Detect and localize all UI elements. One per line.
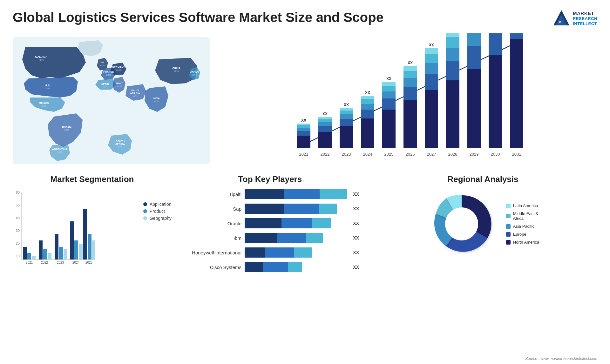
svg-rect-46 [318, 126, 332, 132]
svg-rect-68 [382, 91, 396, 98]
player-name: Ibm [181, 235, 241, 241]
svg-rect-45 [318, 132, 332, 148]
svg-rect-124 [27, 253, 31, 260]
svg-rect-49 [318, 117, 332, 119]
svg-text:AFRICA: AFRICA [115, 143, 125, 145]
svg-text:ITALY: ITALY [116, 82, 123, 85]
svg-text:xx%: xx% [117, 85, 122, 88]
svg-text:2023: 2023 [57, 261, 64, 264]
player-row-ibm: Ibm XX [181, 233, 359, 243]
svg-rect-101 [489, 55, 502, 148]
svg-text:JAPAN: JAPAN [190, 71, 199, 73]
legend-label-latin: Latin America [513, 203, 538, 208]
logo-area: M MARKET RESEARCH INTELLECT [553, 10, 597, 27]
svg-text:60: 60 [16, 191, 20, 194]
svg-rect-80 [425, 90, 438, 148]
legend-europe: Europe [506, 232, 539, 237]
player-name: Cisco Systems [181, 265, 241, 270]
svg-text:SPAIN: SPAIN [101, 83, 109, 85]
bar-seg3 [320, 189, 347, 199]
svg-text:10: 10 [16, 254, 20, 258]
svg-rect-55 [340, 111, 353, 114]
svg-text:40: 40 [16, 216, 20, 220]
legend-application: Application [143, 202, 172, 207]
svg-rect-70 [382, 82, 396, 86]
growth-chart-svg: XX 2021 XX 2022 [219, 33, 597, 167]
player-value: XX [353, 221, 359, 226]
svg-rect-74 [403, 87, 417, 100]
svg-text:xx%: xx% [57, 151, 62, 153]
svg-point-143 [445, 207, 478, 240]
svg-rect-77 [403, 66, 417, 71]
svg-text:2024: 2024 [363, 152, 372, 157]
player-bar [245, 189, 347, 199]
svg-rect-95 [467, 46, 481, 69]
svg-rect-137 [79, 244, 83, 260]
bar-seg1 [245, 204, 284, 214]
svg-rect-39 [297, 131, 310, 136]
svg-rect-125 [32, 256, 36, 260]
svg-rect-90 [446, 37, 459, 48]
svg-rect-59 [361, 118, 374, 148]
bar-seg1 [245, 233, 277, 243]
svg-text:U.S.: U.S. [45, 84, 51, 87]
svg-rect-96 [467, 33, 481, 46]
legend-label-apac: Asia Pacific [513, 224, 534, 229]
bar-seg2 [265, 247, 294, 258]
svg-rect-123 [23, 247, 27, 260]
svg-text:30: 30 [16, 229, 20, 233]
bar-seg1 [245, 218, 281, 228]
legend-color-apac [506, 224, 511, 229]
svg-text:CANADA: CANADA [35, 55, 48, 58]
svg-rect-60 [361, 110, 374, 118]
svg-text:xx%: xx% [132, 95, 137, 98]
svg-text:xx%: xx% [174, 70, 179, 72]
svg-text:xx%: xx% [118, 145, 122, 148]
svg-rect-129 [48, 253, 51, 260]
svg-text:2031: 2031 [512, 152, 521, 157]
bar-seg1 [245, 262, 263, 272]
regional-section: Regional Analysis [369, 174, 597, 277]
svg-text:ARGENTINA: ARGENTINA [52, 148, 67, 151]
svg-rect-40 [297, 128, 310, 131]
segmentation-legend: Application Product Geography [137, 202, 172, 221]
player-value: XX [353, 265, 359, 270]
svg-rect-53 [340, 119, 353, 126]
svg-text:2026: 2026 [406, 152, 415, 157]
svg-text:xx%: xx% [41, 104, 46, 107]
legend-color-europe [506, 232, 511, 237]
legend-color-mea [506, 214, 511, 218]
svg-rect-140 [88, 234, 92, 260]
regional-legend: Latin America Middle East &Africa Asia P… [506, 203, 539, 245]
svg-rect-62 [361, 99, 374, 104]
svg-text:2030: 2030 [491, 152, 500, 157]
legend-latin-america: Latin America [506, 203, 539, 208]
world-map: CANADA xx% U.S. xx% MEXICO xx% BRAZIL xx… [13, 33, 210, 168]
player-value: XX [353, 206, 359, 211]
donut-chart [427, 189, 497, 259]
legend-product: Product [143, 209, 172, 214]
svg-text:2028: 2028 [448, 152, 458, 157]
svg-text:BRAZIL: BRAZIL [62, 125, 71, 128]
page-container: Global Logistics Services Software Marke… [0, 0, 610, 364]
legend-middle-east: Middle East &Africa [506, 211, 539, 221]
svg-text:2024: 2024 [72, 261, 80, 264]
player-name: Oracle [181, 221, 241, 226]
logo-line1: MARKET [573, 10, 597, 16]
bar-seg3 [319, 204, 337, 214]
svg-rect-135 [70, 221, 74, 260]
growth-chart-section: XX 2021 XX 2022 [219, 33, 597, 168]
svg-text:2027: 2027 [427, 152, 436, 157]
svg-rect-128 [43, 249, 47, 260]
player-value: XX [353, 250, 359, 255]
svg-rect-47 [318, 122, 332, 126]
svg-rect-141 [92, 240, 95, 260]
svg-rect-75 [403, 78, 417, 87]
player-row-sap: Sap XX [181, 204, 359, 214]
legend-north-america: North America [506, 240, 539, 245]
bar-seg3 [306, 233, 323, 243]
svg-text:2022: 2022 [321, 152, 330, 157]
player-row-oracle: Oracle XX [181, 218, 359, 228]
svg-text:XX: XX [322, 112, 328, 116]
bar-seg3 [288, 262, 302, 272]
